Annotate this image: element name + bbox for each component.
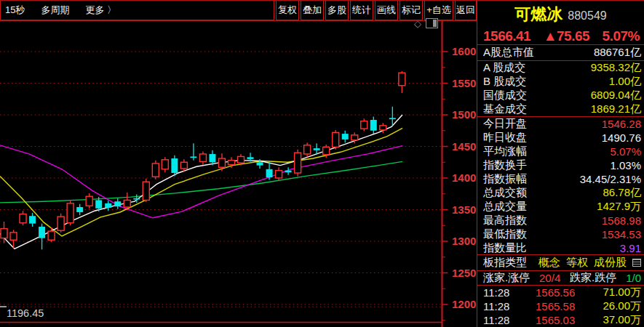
- period-15s[interactable]: 15秒: [5, 4, 25, 17]
- candle-body-up: [20, 214, 26, 223]
- back-button[interactable]: 返回: [455, 0, 477, 20]
- y-axis-label: 1550: [452, 77, 476, 89]
- candle-body-down: [314, 148, 320, 150]
- candle-body-down: [29, 216, 36, 223]
- index-stats: 今日开盘1546.28昨日收盘1490.76平均涨幅5.07%指数换手1.03%…: [477, 116, 644, 254]
- candle-body-up: [238, 156, 245, 163]
- candle-body-up: [143, 182, 149, 200]
- tick-vol: 71.00万: [597, 286, 641, 299]
- top-border: [0, 0, 644, 1]
- stat-value: 1.00亿: [609, 75, 641, 89]
- tick-row: 11:281565.5826.00万: [477, 299, 644, 313]
- stat-label: 最高指数: [483, 214, 527, 227]
- candle-body-down: [114, 201, 121, 206]
- stat-label: A股总市值: [483, 46, 534, 60]
- y-axis-label: 1350: [452, 203, 476, 216]
- candle-body-down: [266, 169, 273, 177]
- stat-value: 1490.76: [602, 132, 641, 144]
- stat-value: 5.07%: [610, 145, 641, 158]
- period-more[interactable]: 更多 〉: [85, 4, 116, 17]
- panel-toggle-icon[interactable]: [426, 18, 438, 28]
- quote-panel: 可燃冰 880549 1566.41 ▲75.65 5.07% A股总市值 88…: [477, 0, 644, 327]
- advancers-value: 20/4: [539, 272, 560, 284]
- candle-body-down: [285, 171, 292, 173]
- quote-price: 1566.41: [483, 28, 530, 44]
- kline-chart-svg[interactable]: 1196.45160015501500145014001350130012501…: [0, 21, 477, 327]
- stat-label: B 股成交: [483, 75, 526, 89]
- overlay-button[interactable]: 叠加: [301, 0, 324, 20]
- candle-body-down: [209, 154, 215, 162]
- stat-row: 最低指数1534.53: [477, 227, 644, 241]
- tick-price: 1565.58: [525, 300, 597, 312]
- candle-body-up: [10, 233, 17, 240]
- stat-value: 34.45/2.31%: [580, 173, 641, 185]
- candle-body-up: [162, 160, 168, 169]
- tick-time: 11:28: [483, 314, 525, 326]
- components-list-icon[interactable]: [632, 259, 641, 267]
- diamond-marker-icon[interactable]: ◇: [414, 19, 421, 28]
- stat-label: 最低指数: [483, 227, 527, 241]
- stat-label: 总成交量: [483, 200, 527, 214]
- multi-stock-button[interactable]: 多股: [325, 0, 349, 20]
- stat-label: 平均涨幅: [483, 145, 527, 158]
- candle-body-down: [95, 200, 102, 208]
- quote-change: ▲75.65: [544, 28, 589, 44]
- candle-body-up: [86, 196, 92, 206]
- candle-body-down: [190, 156, 196, 158]
- tick-time: 11:28: [483, 300, 525, 312]
- kline-chart[interactable]: 1196.45160015501500145014001350130012501…: [0, 21, 477, 327]
- decliners-value: 1/0: [626, 272, 641, 284]
- stat-value: 9358.32亿: [591, 61, 641, 75]
- quote-change-pct: 5.07%: [603, 28, 640, 44]
- quote-code: 880549: [568, 9, 606, 23]
- stat-value: 886761亿: [594, 46, 641, 60]
- stat-row: 基金成交1869.21亿: [477, 102, 644, 116]
- sector-tag[interactable]: 概念: [538, 256, 560, 270]
- stat-label: 基金成交: [483, 102, 527, 116]
- stat-row: 平均涨幅5.07%: [477, 145, 644, 158]
- stat-label: 今日开盘: [483, 117, 527, 131]
- stat-label: 指数振幅: [483, 172, 527, 186]
- toolbar-buttons: 复权叠加多股统计画线标记+自选返回: [274, 0, 477, 20]
- grid-layer: 1196.45: [0, 52, 442, 319]
- sector-type-row: 板指类型 概念等权成份股: [477, 254, 644, 270]
- sector-tag[interactable]: 等权: [566, 256, 588, 270]
- y-axis-label: 1250: [452, 267, 476, 279]
- candle-body-up: [218, 158, 225, 167]
- stat-row: A 股成交9358.32亿: [477, 61, 644, 75]
- candle-body-up: [351, 135, 358, 140]
- candle-body-down: [247, 157, 254, 159]
- add-watchlist-button[interactable]: +自选: [424, 0, 453, 20]
- sector-tag[interactable]: 成份股: [594, 256, 627, 270]
- stat-value: 1546.28: [602, 118, 641, 130]
- candle-body-up: [276, 171, 282, 178]
- stats-button[interactable]: 统计: [350, 0, 373, 20]
- stat-label: 指数量比: [483, 241, 527, 255]
- tick-vol: 26.00万: [597, 299, 641, 313]
- min-value-label: 1196.45: [7, 307, 44, 319]
- candle-body-down: [76, 207, 83, 212]
- candle-body-up: [48, 231, 55, 240]
- tick-time: 11:28: [483, 286, 525, 299]
- candle-body-up: [304, 145, 311, 154]
- draw-line-button[interactable]: 画线: [375, 0, 398, 20]
- mark-button[interactable]: 标记: [399, 0, 423, 20]
- stat-row: 最高指数1568.98: [477, 214, 644, 227]
- axis-layer: 160015501500145014001350130012501200: [0, 21, 476, 327]
- y-axis-label: 1300: [452, 235, 476, 247]
- candle-body-down: [389, 118, 396, 119]
- period-multi[interactable]: 多周期: [41, 4, 69, 17]
- stat-label: 国债成交: [483, 89, 527, 102]
- adjust-button[interactable]: 复权: [276, 0, 299, 20]
- y-axis-label: 1600: [452, 45, 476, 57]
- breadth-row: 涨家.涨停 20/4 跌家.跌停 1/0: [477, 270, 644, 285]
- candle-body-down: [257, 162, 263, 165]
- candle-body-up: [199, 154, 206, 161]
- quote-header: 可燃冰 880549 1566.41 ▲75.65 5.07%: [477, 0, 644, 44]
- tick-row: 11:281565.0337.00万: [477, 313, 644, 327]
- stat-value: 1534.53: [602, 228, 641, 241]
- stat-value: 1869.21亿: [591, 102, 641, 116]
- candle-body-down: [171, 158, 178, 173]
- candle-body-down: [342, 134, 349, 140]
- candle-body-up: [1, 229, 7, 238]
